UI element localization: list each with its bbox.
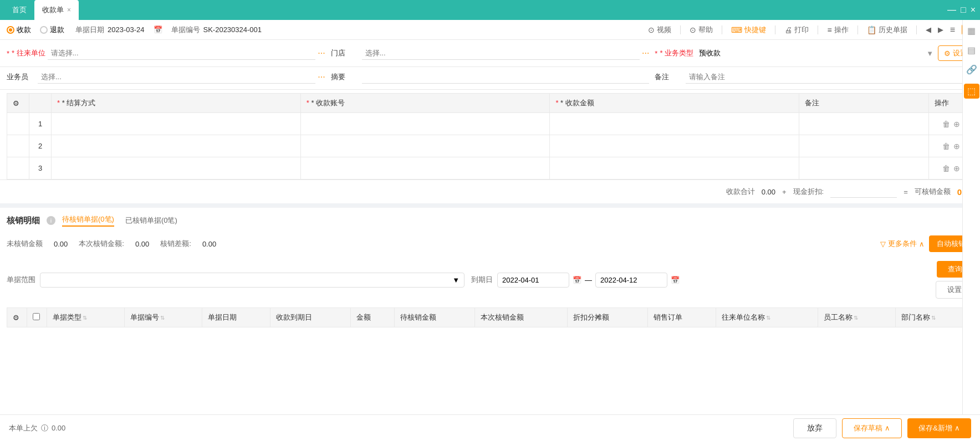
salesman-input[interactable] bbox=[38, 70, 315, 84]
vcol-employee: 员工名称⇅ bbox=[818, 308, 895, 327]
delete-row-2-icon[interactable]: 🗑 bbox=[942, 142, 950, 151]
number-label: 单据编号 bbox=[171, 25, 200, 35]
store-input[interactable] bbox=[362, 47, 640, 60]
cell-payment-3[interactable] bbox=[52, 157, 301, 180]
vcol-gear[interactable]: ⚙ bbox=[7, 308, 27, 327]
radio-receipt[interactable]: 收款 bbox=[7, 25, 31, 35]
sidebar-chart-icon[interactable]: ▤ bbox=[967, 45, 976, 55]
save-draft-chevron-icon: ∧ bbox=[885, 424, 890, 432]
tab-receipt[interactable]: 收款单 × bbox=[34, 0, 79, 20]
vcol-checkbox[interactable] bbox=[27, 308, 47, 327]
cell-empty2 bbox=[7, 135, 29, 157]
table-row: 3 🗑 ⊕ bbox=[7, 157, 973, 180]
counterpart-input[interactable] bbox=[48, 47, 316, 60]
save-draft-button[interactable]: 保存草稿 ∧ bbox=[842, 418, 902, 438]
print-btn[interactable]: 🖨 打印 bbox=[784, 25, 809, 35]
discount-input[interactable] bbox=[830, 186, 897, 198]
col-gear[interactable]: ⚙ bbox=[7, 94, 29, 113]
nav-left-icon[interactable]: ◀ bbox=[926, 25, 931, 34]
layout1-icon[interactable]: ≡ bbox=[950, 25, 955, 35]
cell-remark-1[interactable] bbox=[799, 113, 929, 135]
cell-account-1[interactable] bbox=[300, 113, 550, 135]
window-close-icon[interactable]: × bbox=[971, 5, 976, 15]
main-content: 收款 退款 单据日期 2023-03-24 📅 单据编号 SK-20230324… bbox=[0, 20, 980, 441]
history-btn[interactable]: 📋 历史单据 bbox=[867, 25, 907, 35]
operation-btn[interactable]: ≡ 操作 bbox=[827, 25, 848, 35]
calendar-from-icon[interactable]: 📅 bbox=[573, 276, 581, 284]
sidebar-table-icon[interactable]: ▦ bbox=[967, 25, 976, 36]
number-value: SK-20230324-001 bbox=[203, 25, 262, 34]
salesman-ellipsis[interactable]: ··· bbox=[318, 72, 325, 82]
total-value: 0.00 bbox=[762, 188, 775, 196]
cell-account-2[interactable] bbox=[300, 135, 550, 157]
copy-row-3-icon[interactable]: ⊕ bbox=[953, 164, 960, 173]
cell-empty3 bbox=[7, 157, 29, 180]
salesman-field: 业务员 ··· bbox=[7, 70, 325, 84]
history-icon: 📋 bbox=[867, 25, 876, 34]
select-all-checkbox[interactable] bbox=[33, 313, 40, 320]
verify-section: 核销明细 i 待核销单据(0笔) 已核销单据(0笔) 未核销金额 0.00 本次… bbox=[0, 208, 980, 334]
bottom-bar: 本单上欠 ⓘ 0.00 放弃 保存草稿 ∧ 保存&新增 ∧ bbox=[0, 414, 980, 441]
nav-right-icon[interactable]: ▶ bbox=[938, 25, 943, 34]
verify-tab-done[interactable]: 已核销单据(0笔) bbox=[125, 216, 177, 225]
abandon-button[interactable]: 放弃 bbox=[793, 418, 836, 438]
remark-input[interactable] bbox=[686, 70, 973, 84]
col-row-num bbox=[29, 94, 52, 113]
date-range: 📅 — 📅 bbox=[497, 273, 680, 288]
cell-remark-2[interactable] bbox=[799, 135, 929, 157]
minimize-icon[interactable]: — bbox=[947, 5, 956, 15]
verify-info-icon[interactable]: i bbox=[47, 216, 55, 225]
help-btn[interactable]: ⊙ 帮助 bbox=[690, 25, 713, 35]
delete-row-1-icon[interactable]: 🗑 bbox=[942, 120, 950, 129]
cell-remark-3[interactable] bbox=[799, 157, 929, 180]
sidebar-link-icon[interactable]: 🔗 bbox=[966, 64, 977, 75]
business-type-dropdown-icon[interactable]: ▼ bbox=[926, 49, 933, 58]
radio-refund[interactable]: 退款 bbox=[40, 25, 64, 35]
radio-receipt-dot bbox=[7, 26, 14, 34]
verify-tab-pending[interactable]: 待核销单据(0笔) bbox=[62, 214, 114, 227]
save-new-button[interactable]: 保存&新增 ∧ bbox=[907, 418, 971, 438]
more-conditions-btn[interactable]: ▽ 更多条件 ∧ bbox=[880, 239, 925, 249]
cell-amount-3[interactable] bbox=[550, 157, 799, 180]
vcol-number: 单据编号⇅ bbox=[124, 308, 202, 327]
cell-amount-1[interactable] bbox=[550, 113, 799, 135]
total-label: 收款合计 bbox=[726, 187, 755, 197]
section-divider bbox=[0, 203, 980, 208]
date-label: 单据日期 bbox=[75, 25, 104, 35]
video-icon: ⊙ bbox=[648, 25, 655, 34]
counterpart-label: * 往来单位 bbox=[12, 48, 45, 58]
tab-close-icon[interactable]: × bbox=[67, 6, 71, 14]
counterpart-ellipsis[interactable]: ··· bbox=[318, 48, 325, 58]
tab-home[interactable]: 首页 bbox=[4, 0, 34, 20]
shortcut-btn[interactable]: ⌨ 快捷键 bbox=[731, 25, 766, 35]
cell-amount-2[interactable] bbox=[550, 135, 799, 157]
copy-row-2-icon[interactable]: ⊕ bbox=[953, 142, 960, 151]
cell-account-3[interactable] bbox=[300, 157, 550, 180]
delete-row-3-icon[interactable]: 🗑 bbox=[942, 164, 950, 173]
vcol-due-date: 收款到期日 bbox=[270, 308, 350, 327]
col-amount: * * 收款金额 bbox=[550, 94, 799, 113]
discount-label: 现金折扣: bbox=[793, 187, 824, 197]
diff-value: 0.00 bbox=[202, 240, 216, 248]
vcol-current-verify: 本次核销金额 bbox=[475, 308, 568, 327]
dropdown-icon: ▼ bbox=[452, 276, 460, 284]
date-from-input[interactable] bbox=[497, 273, 569, 288]
current-verify-label: 本次核销金额: bbox=[79, 239, 124, 249]
table-row: 2 🗑 ⊕ bbox=[7, 135, 973, 157]
summary-input[interactable] bbox=[362, 70, 650, 84]
vcol-amount: 金额 bbox=[350, 308, 394, 327]
salesman-label: 业务员 bbox=[7, 72, 38, 82]
sidebar-expand-icon[interactable]: ⬚ bbox=[964, 84, 979, 99]
date-to-input[interactable] bbox=[595, 273, 667, 288]
cell-payment-2[interactable] bbox=[52, 135, 301, 157]
range-select[interactable]: ▼ bbox=[40, 273, 465, 288]
remark-label: 备注 bbox=[655, 72, 686, 82]
copy-row-1-icon[interactable]: ⊕ bbox=[953, 120, 960, 129]
calendar-icon[interactable]: 📅 bbox=[154, 25, 162, 34]
maximize-icon[interactable]: □ bbox=[961, 5, 966, 15]
calendar-to-icon[interactable]: 📅 bbox=[671, 276, 680, 284]
store-ellipsis[interactable]: ··· bbox=[642, 48, 649, 58]
cell-payment-1[interactable] bbox=[52, 113, 301, 135]
video-btn[interactable]: ⊙ 视频 bbox=[648, 25, 671, 35]
summary-label: 摘要 bbox=[331, 72, 362, 82]
